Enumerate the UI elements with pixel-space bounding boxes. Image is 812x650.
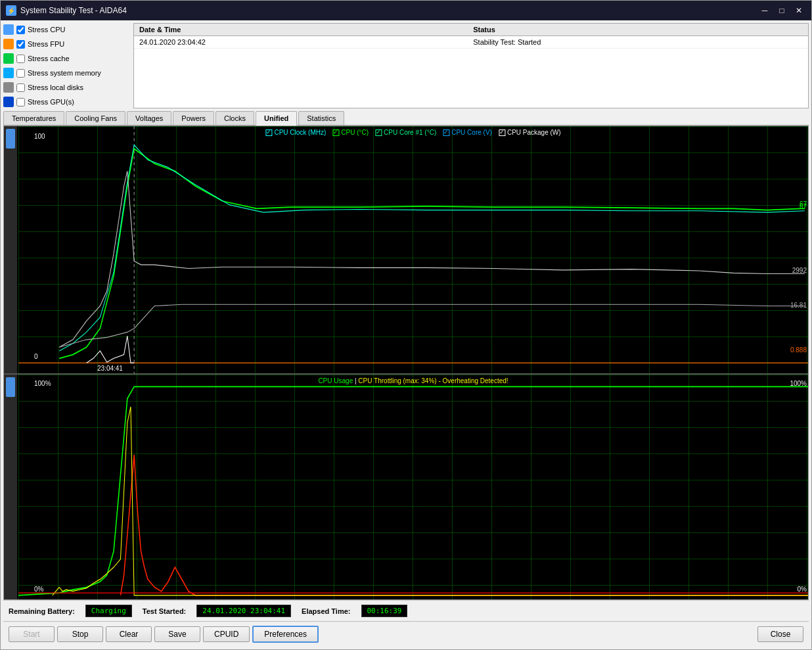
main-window: ⚡ System Stability Test - AIDA64 ─ □ ✕ S… [0, 0, 812, 650]
tab-clocks[interactable]: Clocks [215, 111, 254, 125]
stress-icon-gpus [3, 97, 14, 107]
charts-area: CPU Clock (MHz)CPU (°C)CPU Core #1 (°C)C… [3, 126, 809, 600]
legend-item-CPU_(°C): CPU (°C) [332, 129, 369, 136]
legend-label: CPU Package (W) [507, 129, 561, 136]
stress-label-fpu: Stress FPU [28, 40, 64, 48]
title-bar-left: ⚡ System Stability Test - AIDA64 [6, 5, 127, 16]
scroll-indicator-1[interactable] [4, 126, 17, 373]
test-started-value: 24.01.2020 23:04:41 [196, 605, 291, 617]
elapsed-label: Elapsed Time: [302, 607, 350, 615]
val-0-888: 0.888 [790, 346, 807, 354]
stress-label-cache: Stress cache [28, 55, 70, 62]
buttons-bar: StartStopClearSaveCPUIDPreferencesClose [3, 621, 809, 647]
stress-checkbox-cache[interactable] [16, 55, 25, 63]
legend-checkbox[interactable] [499, 129, 505, 136]
stress-item-cpu: Stress CPU [3, 23, 128, 36]
scroll-indicator-2[interactable] [4, 375, 17, 599]
legend-item-CPU_Core_#1_(°C): CPU Core #1 (°C) [375, 129, 436, 136]
legend-item-CPU_Core_(V): CPU Core (V) [443, 129, 492, 136]
cpuid-button[interactable]: CPUID [203, 626, 250, 642]
maximize-button[interactable]: □ [775, 3, 789, 18]
title-bar: ⚡ System Stability Test - AIDA64 ─ □ ✕ [1, 1, 811, 20]
stress-icon-cache [3, 53, 14, 64]
svg-rect-5 [3, 97, 14, 107]
stress-item-gpus: Stress GPU(s) [3, 95, 128, 108]
val-67b: 67 [800, 203, 807, 210]
status-datetime: 24.01.2020 23:04:42 [134, 36, 468, 49]
stress-label-disks: Stress local disks [28, 83, 83, 91]
tabs-bar: TemperaturesCooling FansVoltagesPowersCl… [3, 111, 809, 126]
tab-unified[interactable]: Unified [256, 111, 297, 126]
app-icon: ⚡ [6, 5, 16, 16]
status-text: Stability Test: Started [468, 36, 808, 49]
chart1-container: CPU Clock (MHz)CPU (°C)CPU Core #1 (°C)C… [4, 126, 808, 375]
test-started-label: Test Started: [143, 607, 186, 615]
clear-button[interactable]: Clear [106, 626, 152, 642]
content-area: Stress CPUStress FPUStress cacheStress s… [1, 20, 811, 649]
tab-cooling-fans[interactable]: Cooling Fans [66, 111, 125, 125]
col-status: Status [468, 24, 808, 36]
legend-item-CPU_Package_(W): CPU Package (W) [499, 129, 561, 136]
battery-value: Charging [85, 605, 132, 617]
legend-label: CPU Core (V) [451, 129, 492, 136]
val-16-81: 16.81 [790, 302, 807, 309]
scroll-thumb-2[interactable] [6, 377, 15, 397]
battery-label: Remaining Battery: [9, 607, 75, 615]
stress-options-panel: Stress CPUStress FPUStress cacheStress s… [3, 23, 128, 108]
legend-label: CPU (°C) [341, 129, 369, 136]
stress-label-gpus: Stress GPU(s) [28, 98, 74, 106]
svg-rect-3 [3, 68, 14, 78]
title-bar-controls: ─ □ ✕ [757, 3, 806, 18]
legend-checkbox[interactable] [332, 129, 339, 136]
chart2-inner: CPU Usage | CPU Throttling (max: 34%) - … [18, 375, 808, 599]
start-button: Start [9, 626, 55, 642]
stress-item-memory: Stress system memory [3, 66, 128, 80]
svg-rect-4 [3, 82, 14, 93]
elapsed-value: 00:16:39 [361, 605, 408, 617]
stress-icon-disks [3, 82, 14, 93]
chart1-svg [18, 126, 808, 373]
minimize-button[interactable]: ─ [757, 3, 772, 18]
legend-label: CPU Core #1 (°C) [384, 129, 436, 136]
val-2992: 2992 [792, 267, 807, 274]
legend-checkbox[interactable] [375, 129, 382, 136]
top-section: Stress CPUStress FPUStress cacheStress s… [3, 23, 809, 108]
chart1-inner: CPU Clock (MHz)CPU (°C)CPU Core #1 (°C)C… [18, 126, 808, 373]
stress-checkbox-cpu[interactable] [16, 26, 25, 34]
tab-statistics[interactable]: Statistics [298, 111, 344, 125]
chart1-legend: CPU Clock (MHz)CPU (°C)CPU Core #1 (°C)C… [265, 129, 560, 136]
tab-temperatures[interactable]: Temperatures [3, 111, 64, 125]
time-label-1: 23:04:41 [97, 365, 123, 372]
scroll-thumb-1[interactable] [6, 129, 15, 149]
stress-label-cpu: Stress CPU [28, 26, 65, 34]
stress-icon-fpu [3, 39, 14, 49]
stress-checkbox-fpu[interactable] [16, 40, 25, 49]
legend-checkbox[interactable] [443, 129, 449, 136]
close-button[interactable]: Close [757, 626, 803, 642]
window-title: System Stability Test - AIDA64 [20, 6, 127, 15]
stress-checkbox-disks[interactable] [16, 83, 25, 92]
chart2-svg [18, 375, 808, 599]
legend-label: CPU Clock (MHz) [274, 129, 326, 136]
stress-label-memory: Stress system memory [28, 69, 101, 77]
status-table: Date & Time Status 24.01.2020 23:04:42St… [133, 23, 809, 108]
stress-icon-cpu [3, 24, 14, 35]
preferences-button[interactable]: Preferences [252, 626, 319, 643]
stress-checkbox-gpus[interactable] [16, 98, 25, 106]
stop-button[interactable]: Stop [57, 626, 103, 642]
window-close-button[interactable]: ✕ [792, 3, 806, 18]
stress-checkbox-memory[interactable] [16, 69, 25, 78]
svg-rect-0 [3, 24, 14, 35]
chart2-container: CPU Usage | CPU Throttling (max: 34%) - … [4, 375, 808, 599]
tab-powers[interactable]: Powers [173, 111, 214, 125]
col-datetime: Date & Time [134, 24, 468, 36]
stress-icon-memory [3, 68, 14, 78]
legend-checkbox[interactable] [265, 129, 272, 136]
svg-rect-2 [3, 53, 14, 64]
tab-voltages[interactable]: Voltages [127, 111, 171, 125]
save-button[interactable]: Save [154, 626, 200, 642]
legend-item-CPU_Clock_(MHz): CPU Clock (MHz) [265, 129, 326, 136]
stress-item-fpu: Stress FPU [3, 37, 128, 51]
stress-item-disks: Stress local disks [3, 81, 128, 94]
bottom-bar: Remaining Battery: Charging Test Started… [3, 600, 809, 621]
